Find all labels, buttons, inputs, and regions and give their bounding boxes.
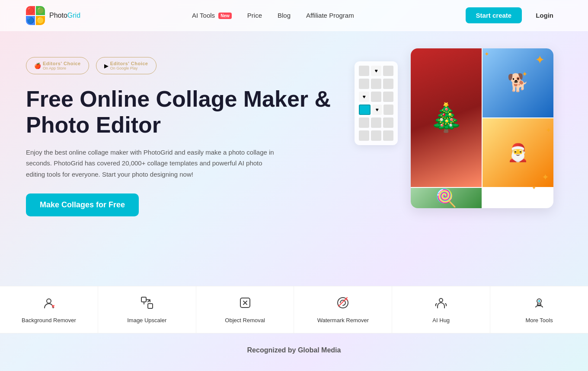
svg-point-5 <box>439 298 443 302</box>
watermark-remover-icon <box>336 296 350 313</box>
nav-item-ai-tools[interactable]: AI Tools New <box>192 12 232 19</box>
make-collages-button[interactable]: Make Collages for Free <box>26 193 139 216</box>
grid-cell <box>371 92 381 102</box>
appstore-badge-sub: On App Store <box>43 66 81 70</box>
badge-inner-googleplay: ▶ Editors' Choice On Google Play <box>104 61 148 70</box>
grid-row-1: ♥ <box>359 66 393 76</box>
nav-link-ai-tools[interactable]: AI Tools New <box>192 12 232 19</box>
ai-hug-label: AI Hug <box>432 317 450 323</box>
grid-cell <box>383 66 393 76</box>
editor-badges: 🍎 Editors' Choice On App Store ▶ Editors… <box>26 57 337 74</box>
logo-grid: Grid <box>67 12 80 19</box>
svg-point-7 <box>538 300 540 302</box>
new-badge: New <box>218 13 232 19</box>
logo-text: PhotoGrid <box>49 12 80 19</box>
grid-cell <box>383 79 393 89</box>
collage-inner: 🎄 🐕 🎅 🍭 <box>411 48 553 208</box>
svg-rect-1 <box>141 297 146 302</box>
watermark-remover-label: Watermark Remover <box>317 317 369 323</box>
badge-inner-appstore: 🍎 Editors' Choice On App Store <box>34 61 81 70</box>
logo[interactable]: 🔴 🟢 🔵 🟡 PhotoGrid <box>26 6 80 25</box>
grid-row-4: ♥ <box>359 105 393 115</box>
grid-cell <box>383 117 393 128</box>
recognized-text: Recognized by Global Media <box>247 346 341 354</box>
collage-photo-4: 🍭 <box>411 188 482 208</box>
recognized-section: Recognized by Global Media <box>0 333 588 367</box>
grid-cell-heart: ♥ <box>359 92 369 102</box>
grid-cell <box>359 66 369 76</box>
nav-item-affiliate[interactable]: Affiliate Program <box>306 12 354 19</box>
grid-cell <box>383 92 393 102</box>
hero-right: ♥ ♥ ♥ <box>355 48 553 221</box>
apple-icon: 🍎 <box>34 63 41 69</box>
collage-photo-3: 🎅 <box>483 118 553 187</box>
grid-row-6 <box>359 130 393 141</box>
collage-main-wrapper: 🎄 🐕 🎅 🍭 ✦ ✦ ✦ ✦ ✦ ✦ <box>411 48 553 208</box>
grid-row-3: ♥ <box>359 92 393 102</box>
nav-link-price[interactable]: Price <box>247 12 262 19</box>
tool-background-remover[interactable]: Background Remover <box>0 286 98 333</box>
start-create-button[interactable]: Start create <box>466 7 522 23</box>
grid-cell <box>371 130 381 141</box>
tool-object-removal[interactable]: Object Removal <box>196 286 294 333</box>
tool-ai-hug[interactable]: AI Hug <box>392 286 490 333</box>
more-tools-label: More Tools <box>525 317 553 323</box>
tool-image-upscaler[interactable]: Image Upscaler <box>98 286 196 333</box>
hero-section: 🍎 Editors' Choice On App Store ▶ Editors… <box>0 31 588 273</box>
hero-description: Enjoy the best online collage maker with… <box>26 147 277 180</box>
nav-links: AI Tools New Price Blog Affiliate Progra… <box>192 12 354 19</box>
grid-cell <box>359 130 369 141</box>
grid-cell <box>383 105 393 115</box>
collage-grid-panel[interactable]: ♥ ♥ ♥ <box>355 61 398 145</box>
tools-strip: Background Remover Image Upscaler Object… <box>0 286 588 333</box>
grid-cell <box>359 117 369 128</box>
nav-item-price[interactable]: Price <box>247 12 262 19</box>
object-removal-label: Object Removal <box>225 317 265 323</box>
grid-cell <box>371 79 381 89</box>
image-upscaler-icon <box>140 296 154 313</box>
grid-cell <box>371 117 381 128</box>
hero-left: 🍎 Editors' Choice On App Store ▶ Editors… <box>26 48 337 216</box>
ai-hug-icon <box>434 296 448 313</box>
play-icon: ▶ <box>104 63 109 69</box>
grid-cell-heart: ♥ <box>372 105 382 115</box>
nav-item-blog[interactable]: Blog <box>278 12 291 19</box>
googleplay-badge-sub: On Google Play <box>110 66 148 70</box>
svg-point-0 <box>47 299 51 303</box>
googleplay-badge: ▶ Editors' Choice On Google Play <box>96 57 157 74</box>
grid-cell <box>383 130 393 141</box>
logo-photo: Photo <box>49 12 67 19</box>
grid-cell-selected <box>359 105 371 115</box>
navbar: 🔴 🟢 🔵 🟡 PhotoGrid AI Tools New Price Blo… <box>0 0 588 31</box>
svg-rect-2 <box>148 304 153 308</box>
background-remover-label: Background Remover <box>22 317 76 323</box>
grid-cell-heart: ♥ <box>371 66 381 76</box>
nav-link-affiliate[interactable]: Affiliate Program <box>306 12 354 19</box>
hero-title: Free Online Collage Maker & Photo Editor <box>26 86 337 138</box>
grid-row-2 <box>359 79 393 89</box>
grid-row-5 <box>359 117 393 128</box>
object-removal-icon <box>238 296 252 313</box>
nav-link-blog[interactable]: Blog <box>278 12 291 19</box>
appstore-badge-title: Editors' Choice <box>43 61 81 66</box>
background-remover-icon <box>42 296 56 313</box>
more-tools-icon <box>532 296 546 313</box>
nav-actions: Start create Login <box>466 7 562 23</box>
login-button[interactable]: Login <box>527 7 562 23</box>
appstore-badge: 🍎 Editors' Choice On App Store <box>26 57 89 74</box>
image-upscaler-label: Image Upscaler <box>127 317 166 323</box>
tool-watermark-remover[interactable]: Watermark Remover <box>294 286 392 333</box>
tool-more-tools[interactable]: More Tools <box>490 286 588 333</box>
collage-photo-2: 🐕 <box>483 48 553 117</box>
logo-icon: 🔴 🟢 🔵 🟡 <box>26 6 45 25</box>
googleplay-badge-title: Editors' Choice <box>110 61 148 66</box>
collage-photo-1: 🎄 <box>411 48 482 187</box>
grid-cell <box>359 79 369 89</box>
